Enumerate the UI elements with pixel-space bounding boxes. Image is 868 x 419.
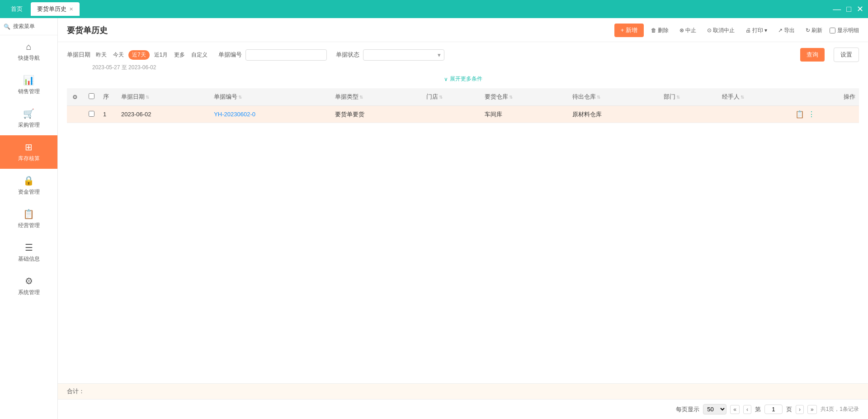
next-page-button[interactable]: › bbox=[796, 405, 804, 414]
refresh-icon: ↻ bbox=[806, 27, 810, 33]
sidebar-item-finance[interactable]: 🔒 资金管理 bbox=[0, 169, 57, 202]
sidebar-item-basic[interactable]: ☰ 基础信息 bbox=[0, 236, 57, 269]
date-btn-yesterday[interactable]: 昨天 bbox=[94, 50, 108, 60]
th-store-label: 门店 bbox=[426, 93, 438, 101]
date-btn-more[interactable]: 更多 bbox=[172, 50, 187, 60]
row-check-cell[interactable] bbox=[83, 106, 99, 123]
th-req-warehouse[interactable]: 要货仓库⇅ bbox=[481, 88, 569, 106]
row-department bbox=[660, 106, 718, 123]
sort-pending-warehouse-icon: ⇅ bbox=[597, 95, 600, 100]
cancel-stop-label: 取消中止 bbox=[713, 27, 735, 34]
th-check[interactable] bbox=[83, 88, 99, 106]
sidebar-item-system[interactable]: ⚙ 系统管理 bbox=[0, 269, 57, 303]
th-handler-label: 经手人 bbox=[722, 93, 740, 101]
th-bill-no[interactable]: 单据编号⇅ bbox=[210, 88, 331, 106]
settings-button[interactable]: 设置 bbox=[834, 48, 859, 62]
sort-date-icon: ⇅ bbox=[146, 95, 149, 100]
prev-page-button[interactable]: ‹ bbox=[743, 405, 751, 414]
bill-no-filter: 单据编号 bbox=[218, 49, 327, 61]
row-pending-warehouse: 原材料仓库 bbox=[569, 106, 660, 123]
date-btn-1month[interactable]: 近1月 bbox=[152, 50, 170, 60]
per-page-label: 每页显示 bbox=[676, 405, 699, 414]
tab-home[interactable]: 首页 bbox=[5, 2, 29, 16]
sidebar-item-sales[interactable]: 📊 销售管理 bbox=[0, 68, 57, 102]
tab-close-icon[interactable]: ✕ bbox=[69, 6, 73, 12]
close-window-icon[interactable]: ✕ bbox=[857, 4, 863, 14]
th-department-label: 部门 bbox=[664, 93, 675, 101]
th-department[interactable]: 部门⇅ bbox=[660, 88, 718, 106]
new-button[interactable]: + 新增 bbox=[614, 24, 644, 37]
sidebar-item-label: 基础信息 bbox=[18, 255, 40, 263]
window-controls: — □ ✕ bbox=[833, 4, 863, 14]
sidebar-item-quick-nav[interactable]: ⌂ 快捷导航 bbox=[0, 35, 57, 68]
tab-bill-history-label: 要货单历史 bbox=[37, 5, 66, 13]
th-pending-warehouse-label: 待出仓库 bbox=[572, 93, 596, 101]
sidebar-search-label: 搜索菜单 bbox=[13, 23, 35, 30]
page-suffix: 页 bbox=[786, 405, 792, 414]
table-header-row: ⚙ 序 单据日期⇅ 单据编号⇅ 单据类型⇅ bbox=[67, 88, 859, 106]
sidebar-item-inventory[interactable]: ⊞ 库存核算 bbox=[0, 135, 57, 169]
th-bill-type[interactable]: 单据类型⇅ bbox=[331, 88, 422, 106]
th-date[interactable]: 单据日期⇅ bbox=[118, 88, 210, 106]
query-button[interactable]: 查询 bbox=[800, 48, 825, 62]
sort-bill-type-icon: ⇅ bbox=[359, 95, 363, 100]
print-button[interactable]: 🖨 打印 ▾ bbox=[742, 25, 771, 36]
th-req-warehouse-label: 要货仓库 bbox=[485, 93, 508, 101]
display-detail-input[interactable] bbox=[830, 28, 835, 33]
row-date: 2023-06-02 bbox=[118, 106, 210, 123]
last-page-button[interactable]: » bbox=[807, 405, 817, 414]
row-handler bbox=[718, 106, 792, 123]
refresh-label: 刷新 bbox=[811, 27, 822, 34]
minimize-icon[interactable]: — bbox=[833, 5, 841, 14]
row-checkbox[interactable] bbox=[89, 111, 94, 117]
th-pending-warehouse[interactable]: 待出仓库⇅ bbox=[569, 88, 660, 106]
display-detail-checkbox[interactable]: 显示明细 bbox=[830, 27, 859, 34]
row-settings-cell bbox=[67, 106, 83, 123]
export-button[interactable]: ↗ 导出 bbox=[774, 25, 798, 36]
th-settings[interactable]: ⚙ bbox=[67, 88, 83, 106]
sidebar-item-purchase[interactable]: 🛒 采购管理 bbox=[0, 102, 57, 135]
page-header: 要货单历史 + 新增 🗑 删除 ⊗ 中止 ⊙ 取消中止 bbox=[58, 18, 868, 42]
sort-handler-icon: ⇅ bbox=[741, 95, 744, 100]
bill-no-link[interactable]: YH-20230602-0 bbox=[214, 111, 255, 118]
table-settings-icon[interactable]: ⚙ bbox=[72, 94, 78, 100]
sidebar-item-operations[interactable]: 📋 经营管理 bbox=[0, 202, 57, 236]
row-more-icon[interactable]: ⋮ bbox=[808, 110, 815, 119]
maximize-icon[interactable]: □ bbox=[846, 5, 851, 14]
expand-more-button[interactable]: ∨ 展开更多条件 bbox=[67, 75, 859, 83]
delete-icon: 🗑 bbox=[651, 27, 656, 33]
row-edit-icon[interactable]: 📋 bbox=[795, 110, 804, 119]
bill-no-input[interactable] bbox=[245, 49, 327, 61]
select-all-checkbox[interactable] bbox=[89, 93, 94, 99]
refresh-button[interactable]: ↻ 刷新 bbox=[802, 25, 826, 36]
chart-icon: 📊 bbox=[23, 75, 34, 86]
th-no: 序 bbox=[99, 88, 118, 106]
date-btn-7days[interactable]: 近7天 bbox=[128, 50, 150, 60]
first-page-button[interactable]: « bbox=[730, 405, 740, 414]
tab-bill-history[interactable]: 要货单历史 ✕ bbox=[31, 2, 80, 16]
sidebar-search[interactable]: 🔍 搜索菜单 bbox=[0, 18, 57, 35]
row-bill-no[interactable]: YH-20230602-0 bbox=[210, 106, 331, 123]
page-input[interactable] bbox=[764, 405, 783, 414]
status-select[interactable] bbox=[363, 49, 444, 61]
th-bill-type-label: 单据类型 bbox=[335, 93, 359, 101]
date-btn-custom[interactable]: 自定义 bbox=[189, 50, 209, 60]
footer-summary: 合计： bbox=[58, 383, 868, 399]
sort-department-icon: ⇅ bbox=[676, 95, 680, 100]
stop-button[interactable]: ⊗ 中止 bbox=[676, 25, 700, 36]
sidebar-item-label: 销售管理 bbox=[18, 88, 40, 95]
th-handler[interactable]: 经手人⇅ bbox=[718, 88, 792, 106]
search-icon: 🔍 bbox=[4, 24, 10, 30]
date-btn-today[interactable]: 今天 bbox=[111, 50, 126, 60]
top-bar: 首页 要货单历史 ✕ — □ ✕ bbox=[0, 0, 868, 18]
cancel-stop-button[interactable]: ⊙ 取消中止 bbox=[703, 25, 738, 36]
th-bill-no-label: 单据编号 bbox=[214, 93, 237, 101]
per-page-select[interactable]: 10 20 50 100 bbox=[703, 404, 726, 414]
filter-row: 单据日期 昨天 今天 近7天 近1月 更多 自定义 单据编号 bbox=[67, 48, 859, 62]
row-no: 1 bbox=[99, 106, 118, 123]
print-icon: 🖨 bbox=[745, 27, 751, 33]
delete-button[interactable]: 🗑 删除 bbox=[647, 25, 672, 36]
sidebar-item-label: 系统管理 bbox=[18, 289, 40, 296]
th-store[interactable]: 门店⇅ bbox=[423, 88, 481, 106]
page-title: 要货单历史 bbox=[67, 25, 108, 36]
